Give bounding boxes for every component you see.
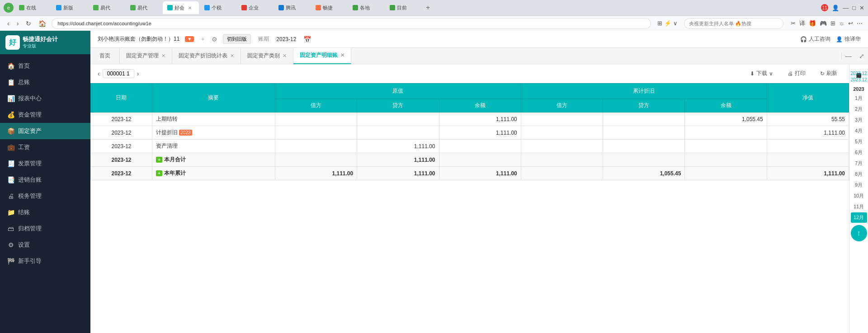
period-month-item[interactable]: 7月 [851, 158, 867, 169]
page-tab-home[interactable]: 首页 [90, 48, 120, 64]
period-month-item[interactable]: 4月 [851, 126, 867, 136]
switch-version-btn[interactable]: 切到旧版 [223, 34, 251, 44]
brightness-icon[interactable]: ☼ [839, 20, 844, 27]
service-button[interactable]: 🎧 人工咨询 [800, 35, 830, 43]
user-profile-btn[interactable]: 👤 徐译华 [836, 35, 861, 43]
sidebar-item-payroll[interactable]: 💼 工资 [0, 139, 90, 155]
row-net [767, 153, 849, 167]
browser-close-btn[interactable]: ✕ [859, 5, 864, 11]
sidebar-item-settings[interactable]: ⚙ 设置 [0, 237, 90, 253]
tab-tengxun[interactable]: 腾讯 [274, 1, 310, 14]
tab-changjie[interactable]: 畅捷 [311, 1, 347, 14]
minimize-pane-btn[interactable]: — [842, 52, 855, 60]
browser-maximize-btn[interactable]: □ [852, 5, 856, 11]
forward-button[interactable]: › [15, 19, 21, 28]
expand-pane-btn[interactable]: ⤢ [855, 52, 868, 60]
row-summary: +本月合计 [152, 153, 275, 167]
download-btn[interactable]: ⬇ 下载 ∨ [745, 68, 778, 79]
sidebar-item-home[interactable]: 🏠 首页 [0, 58, 90, 74]
tab-muqian[interactable]: 目前 [385, 1, 421, 14]
page-tab-asset-category[interactable]: 固定资产类别 ✕ [241, 48, 293, 64]
tab-close-asset-category[interactable]: ✕ [283, 53, 287, 59]
col-orig-credit: 贷方 [357, 99, 439, 113]
period-month-item[interactable]: 8月 [851, 169, 867, 179]
game-icon[interactable]: 🎮 [820, 20, 827, 27]
period-month-item[interactable]: 10月 [851, 191, 867, 201]
tab-close-fixed-assets-mgmt[interactable]: ✕ [161, 53, 165, 59]
row-summary: +本年累计 [152, 167, 275, 180]
period-month-item[interactable]: 2月 [851, 104, 867, 114]
row-orig-credit: 1,111.00 [357, 167, 439, 180]
print-btn[interactable]: 🖨 打印 [783, 68, 810, 79]
settings-gear-icon[interactable]: ⚙ [212, 36, 217, 43]
row-orig-debit: 1,111.00 [275, 167, 357, 180]
cast-icon[interactable]: ⊞ [657, 20, 662, 27]
headset-icon: 🎧 [800, 36, 807, 42]
url-bar[interactable] [52, 18, 651, 29]
browser-logo-icon: e [4, 3, 14, 13]
prev-page-btn[interactable]: ‹ [98, 70, 100, 77]
expand-url-btn[interactable]: ∨ [673, 20, 678, 27]
browser-profile-btn[interactable]: 👤 [832, 5, 839, 11]
back-button[interactable]: ‹ [5, 19, 11, 28]
scroll-top-btn[interactable]: ↑ [851, 225, 867, 241]
tab-zaixin[interactable]: 在线 [14, 1, 51, 14]
period-month-item[interactable]: 2023 [851, 85, 867, 93]
sidebar-label-purchase-sales: 进销台账 [18, 176, 42, 184]
sidebar-item-reports[interactable]: 📊 报表中心 [0, 90, 90, 107]
tab-close-asset-detail[interactable]: ✕ [340, 52, 344, 58]
tab-haohui[interactable]: 好会 ✕ [163, 1, 199, 14]
period-month-item[interactable]: 3月 [851, 115, 867, 125]
browser-minimize-btn[interactable]: — [843, 5, 849, 11]
browser-tools: ⊞ ⚡ ∨ [657, 20, 678, 27]
period-month-item[interactable]: 11月 [851, 202, 867, 212]
page-tab-asset-detail[interactable]: 固定资产明细账 ✕ [293, 48, 351, 64]
sidebar-item-funds[interactable]: 💰 资金管理 [0, 107, 90, 123]
sidebar-item-invoices[interactable]: 🧾 发票管理 [0, 155, 90, 172]
tab-geshui[interactable]: 个税 [200, 1, 236, 14]
sidebar-item-purchase-sales[interactable]: 📑 进销台账 [0, 172, 90, 188]
sidebar-item-fixed-assets[interactable]: 📦 固定资产 [0, 123, 90, 139]
more-icon[interactable]: ⋯ [857, 20, 863, 27]
sidebar-logo: 好 畅捷通好会计 专业版 [0, 31, 90, 54]
tab-yidai2[interactable]: 易代 [126, 1, 162, 14]
tab-gedi[interactable]: 各地 [348, 1, 384, 14]
period-month-item[interactable]: 5月 [851, 136, 867, 147]
tab-icon-yidai2 [130, 5, 136, 10]
col-accum-group: 累计折旧 [521, 84, 767, 99]
tab-xinban[interactable]: 新版 [52, 1, 88, 14]
scissors-icon[interactable]: ✂ [791, 20, 796, 27]
next-page-btn[interactable]: › [137, 70, 139, 77]
reload-button[interactable]: ↻ [24, 19, 33, 28]
page-tab-fixed-assets-mgmt[interactable]: 固定资产管理 ✕ [120, 48, 172, 64]
tab-yidai1[interactable]: 易代 [89, 1, 125, 14]
tab-close-haohui[interactable]: ✕ [188, 5, 192, 10]
home-button[interactable]: 🏠 [37, 19, 48, 28]
search-input[interactable] [684, 18, 783, 29]
tab-add-button[interactable]: + [422, 4, 434, 12]
sidebar-item-general-ledger[interactable]: 📋 总账 [0, 74, 90, 90]
tab-label-changjie: 畅捷 [323, 5, 333, 11]
row-accum-credit [603, 153, 685, 167]
grid-icon[interactable]: ⊞ [830, 20, 835, 27]
sidebar-item-tax[interactable]: 🖨 税务管理 [0, 188, 90, 204]
lightning-icon[interactable]: ⚡ [664, 20, 671, 27]
undo-icon[interactable]: ↩ [848, 20, 853, 27]
translate-icon[interactable]: 译 [799, 19, 805, 28]
tab-label-haohui: 好会 [175, 5, 184, 11]
tab-qiye[interactable]: 企业 [237, 1, 273, 14]
page-number-input[interactable] [103, 69, 134, 78]
sidebar-item-archive[interactable]: 🗃 归档管理 [0, 220, 90, 237]
period-month-item[interactable]: 1月 [851, 93, 867, 103]
wallet-icon[interactable]: 🎁 [809, 20, 816, 27]
tab-close-depreciation-stats[interactable]: ✕ [230, 53, 234, 59]
page-tab-depreciation-stats[interactable]: 固定资产折旧统计表 ✕ [172, 48, 241, 64]
sidebar-item-guide[interactable]: 🏁 新手引导 [0, 253, 90, 269]
account-tag[interactable]: ▼ [185, 36, 194, 42]
sidebar-item-period-end[interactable]: 📁 结账 [0, 204, 90, 220]
period-month-item[interactable]: 9月 [851, 180, 867, 190]
calendar-icon[interactable]: 📅 [303, 36, 311, 43]
period-month-item[interactable]: 12月 [851, 212, 867, 223]
period-month-item[interactable]: 6月 [851, 147, 867, 158]
refresh-btn[interactable]: ↻ 刷新 [816, 68, 842, 79]
